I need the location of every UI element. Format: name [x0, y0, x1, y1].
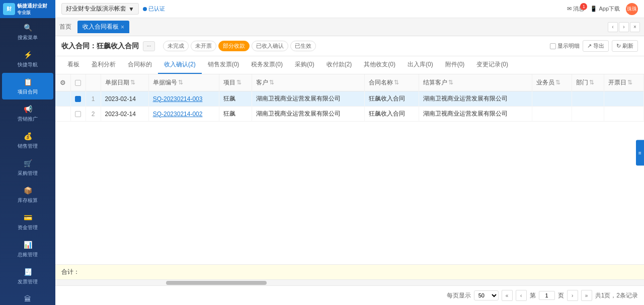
sidebar-item-1[interactable]: ⚡ 快捷导航 — [2, 46, 53, 72]
phone-icon: 📱 — [590, 6, 597, 12]
per-page-select[interactable]: 50 100 200 — [474, 290, 499, 300]
code-col-header[interactable]: 单据编号⇅ — [148, 74, 219, 91]
sidebar-item-icon-9: 🧾 — [23, 267, 33, 277]
settle-customer-col-header[interactable]: 结算客户⇅ — [419, 74, 532, 91]
right-panel-icon[interactable]: ≡ — [636, 140, 644, 165]
app-name: 畅捷通好业财 — [17, 3, 47, 10]
open-date-col-header[interactable]: 开票日⇅ — [604, 74, 644, 91]
sidebar-item-7[interactable]: 💳 资金管理 — [2, 209, 53, 235]
sidebar-item-10[interactable]: 🏛 税务管理 — [2, 290, 53, 305]
customer-col-header[interactable]: 客户⇅ — [252, 74, 365, 91]
rownum-col-header — [86, 74, 101, 91]
inner-tab-2[interactable]: 合同标的 — [122, 56, 158, 74]
gear-icon[interactable]: ⚙ — [60, 79, 66, 86]
row-open-date-0 — [604, 91, 644, 107]
settings-col-header[interactable]: ⚙ — [55, 74, 70, 91]
nav-close-arrow[interactable]: × — [630, 22, 640, 32]
sidebar-item-label-6: 库存核算 — [18, 197, 38, 204]
more-button[interactable]: ··· — [143, 41, 155, 51]
row-cb-0[interactable] — [75, 96, 81, 102]
sidebar-item-8[interactable]: 📊 总账管理 — [2, 236, 53, 262]
avatar-icon: 珠珠 — [626, 3, 638, 15]
scrollbar-thumb[interactable] — [166, 281, 267, 285]
next-page-button[interactable]: › — [567, 290, 578, 301]
company-selector[interactable]: 好业财专业版演示帐套 ▼ — [61, 3, 139, 15]
page-number-input[interactable] — [539, 291, 555, 300]
app-download-button[interactable]: 📱 App下载 — [590, 5, 620, 13]
inner-tab-6[interactable]: 采购(0) — [289, 56, 320, 74]
contract-header: 收入合同：狂飙收入合同 ··· 未完成未开票部分收款已收入确认已生效 显示明细 … — [55, 36, 644, 56]
inner-tab-3[interactable]: 收入确认(2) — [158, 56, 202, 74]
status-btn-4[interactable]: 已生效 — [290, 41, 316, 51]
salesperson-col-header[interactable]: 业务员⇅ — [532, 74, 572, 91]
row-cb-1[interactable] — [75, 111, 81, 117]
first-page-button[interactable]: « — [502, 290, 513, 301]
horizontal-scrollbar[interactable] — [55, 279, 644, 285]
sidebar-item-0[interactable]: 🔍 搜索菜单 — [2, 19, 53, 45]
row-settings-0[interactable] — [55, 91, 70, 107]
row-settings-1[interactable] — [55, 107, 70, 122]
sidebar-item-label-7: 资金管理 — [18, 224, 38, 231]
settle-sort-icon: ⇅ — [448, 79, 453, 86]
row-open-date-1 — [604, 107, 644, 122]
main-content: 好业财专业版演示帐套 ▼ 已认证 ✉ 消息 1 📱 App下载 珠珠 — [55, 0, 644, 305]
status-btn-1[interactable]: 未开票 — [191, 41, 216, 51]
close-tab-icon[interactable]: × — [121, 24, 124, 31]
sidebar-item-5[interactable]: 🛒 采购管理 — [2, 154, 53, 181]
nav-prev-arrow[interactable]: ‹ — [608, 22, 618, 32]
project-col-header[interactable]: 项目⇅ — [219, 74, 252, 91]
sidebar-item-icon-10: 🏛 — [23, 294, 33, 304]
certified-badge: 已认证 — [143, 5, 165, 13]
active-tab[interactable]: 收入合同看板 × — [77, 21, 129, 33]
export-button[interactable]: ↗ 导出 — [583, 40, 609, 52]
last-page-button[interactable]: » — [581, 290, 592, 301]
inner-tab-10[interactable]: 附件(0) — [439, 56, 471, 74]
total-row: 合计： — [55, 264, 644, 279]
inner-tab-1[interactable]: 盈利分析 — [86, 56, 122, 74]
prev-page-button[interactable]: ‹ — [516, 290, 527, 301]
sidebar-item-3[interactable]: 📢 营销推广 — [2, 100, 53, 127]
sidebar-item-9[interactable]: 🧾 发票管理 — [2, 263, 53, 289]
header-actions: ✉ 消息 1 📱 App下载 珠珠 — [567, 3, 638, 15]
row-code-1[interactable]: SQ-20230214-002 — [148, 107, 219, 122]
status-btn-0[interactable]: 未完成 — [163, 41, 189, 51]
select-all-checkbox[interactable] — [75, 80, 81, 86]
inner-tab-11[interactable]: 变更记录(0) — [470, 56, 514, 74]
sidebar-item-2[interactable]: 📋 项目合同 — [2, 73, 53, 99]
contract-name-col-header[interactable]: 合同名称⇅ — [365, 74, 419, 91]
row-customer-0: 湖南卫视商业运营发展有限公司 — [252, 91, 365, 107]
inner-tab-5[interactable]: 税务发票(0) — [245, 56, 289, 74]
sidebar-item-icon-6: 📦 — [23, 185, 33, 195]
inner-tab-4[interactable]: 销售发票(0) — [202, 56, 246, 74]
sidebar-item-4[interactable]: 💰 销售管理 — [2, 127, 53, 154]
inner-tab-7[interactable]: 收付款(2) — [320, 56, 358, 74]
message-button[interactable]: ✉ 消息 1 — [567, 5, 584, 13]
checkbox-col-header[interactable] — [70, 74, 86, 91]
refresh-button[interactable]: ↻ 刷新 — [612, 40, 638, 52]
status-btn-3[interactable]: 已收入确认 — [252, 41, 288, 51]
nav-next-arrow[interactable]: › — [619, 22, 629, 32]
refresh-icon: ↻ — [616, 43, 621, 49]
table-container[interactable]: ⚙ 单据日期⇅ 单据编号⇅ 项目⇅ — [55, 74, 644, 264]
row-num-1: 2 — [86, 107, 101, 122]
show-detail-checkbox[interactable]: 显示明细 — [550, 42, 580, 50]
table-row[interactable]: 2 2023-02-14 SQ-20230214-002 狂飙 湖南卫视商业运营… — [55, 107, 644, 122]
inner-tab-9[interactable]: 出入库(0) — [401, 56, 439, 74]
export-icon: ↗ — [587, 43, 592, 49]
table-row[interactable]: 1 2023-02-14 SQ-20230214-003 狂飙 湖南卫视商业运营… — [55, 91, 644, 107]
inner-tab-8[interactable]: 其他收支(0) — [358, 56, 401, 74]
contract-actions: 显示明细 ↗ 导出 ↻ 刷新 — [550, 40, 638, 52]
contract-sort-icon: ⇅ — [394, 79, 399, 86]
row-code-0[interactable]: SQ-20230214-003 — [148, 91, 219, 107]
row-checkbox-1[interactable] — [70, 107, 86, 122]
row-checkbox-0[interactable] — [70, 91, 86, 107]
user-avatar[interactable]: 珠珠 — [626, 3, 638, 15]
dept-col-header[interactable]: 部门⇅ — [572, 74, 604, 91]
show-detail-cb[interactable] — [550, 43, 556, 49]
home-tab[interactable]: 首页 — [59, 23, 71, 31]
row-salesperson-1 — [532, 107, 572, 122]
sidebar-item-6[interactable]: 📦 库存核算 — [2, 181, 53, 208]
inner-tab-0[interactable]: 看板 — [61, 56, 86, 74]
date-col-header[interactable]: 单据日期⇅ — [101, 74, 148, 91]
status-btn-2[interactable]: 部分收款 — [218, 41, 250, 51]
